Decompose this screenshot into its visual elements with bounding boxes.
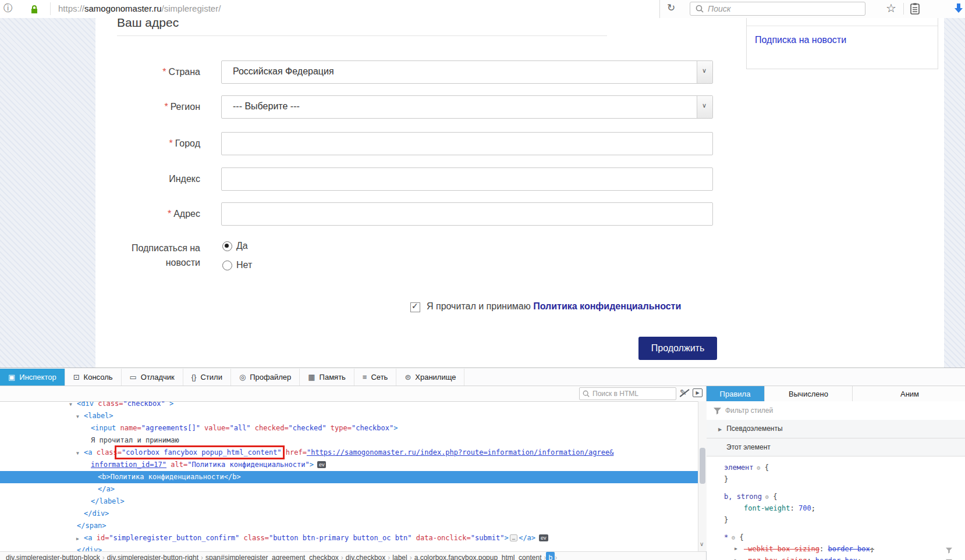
reload-icon[interactable]: ↻ <box>667 2 675 14</box>
field-value-region: --- Выберите --- <box>233 101 300 112</box>
collapse-icon[interactable]: ▼ <box>76 447 79 459</box>
devtools-tabbar: ▣Инспектор⊡Консоль▭Отладчик{}Стили◎Профа… <box>0 369 965 386</box>
breadcrumb-item[interactable]: a.colorbox.fancybox.popup_html_content <box>412 552 544 560</box>
devtools-tab-storage[interactable]: ⊜Хранилище <box>396 369 464 386</box>
devtools-tab-network[interactable]: ≡Сеть <box>354 369 397 386</box>
rules-tab-animations[interactable]: Аним <box>853 386 965 401</box>
event-listener-badge[interactable]: ev <box>539 534 548 541</box>
this-element-section: Этот элемент <box>707 438 965 456</box>
inspector-breadcrumbs: div.simpleregister-button-block›div.simp… <box>0 551 706 560</box>
library-icon[interactable] <box>910 3 920 15</box>
edit-html-icon[interactable]: ✎ <box>680 388 687 397</box>
scrollbar-thumb[interactable] <box>700 448 705 484</box>
rules-tab-rules[interactable]: Правила <box>706 386 765 401</box>
dropdown-button-region[interactable]: ∨ <box>697 96 712 118</box>
css-rules-list: элемент⚙ {}b, strong⚙ {font-weight: 700;… <box>707 459 965 560</box>
breadcrumb-item[interactable]: span#simpleregister_agreement_checkbox <box>203 552 341 560</box>
debugger-icon: ▭ <box>130 373 137 381</box>
rule-selector-line[interactable]: b, strong⚙ { <box>707 491 965 502</box>
breadcrumb-item[interactable]: b <box>546 552 555 560</box>
select-region[interactable]: --- Выберите ---∨ <box>221 95 713 119</box>
devtools-tab-debugger[interactable]: ▭Отладчик <box>122 369 183 386</box>
input-postcode[interactable] <box>221 167 713 191</box>
collapsed-content-badge[interactable]: … <box>510 534 517 541</box>
bookmark-star-icon[interactable]: ☆ <box>886 1 896 15</box>
devtools-tab-profiler[interactable]: ◎Профайлер <box>231 369 300 386</box>
check-icon: ✓ <box>411 301 418 311</box>
required-asterisk: * <box>168 209 171 219</box>
rule-selector-line[interactable]: *⚙ { <box>707 532 965 543</box>
markup-line[interactable]: ▼<div class="checkbox" > <box>0 401 698 410</box>
expand-icon[interactable]: ▶ <box>76 533 79 545</box>
page-info-icon[interactable]: ⓘ <box>3 2 13 15</box>
radio-yes-label[interactable]: Да <box>236 241 248 251</box>
input-address[interactable] <box>221 202 713 226</box>
html-search-placeholder: Поиск в HTML <box>593 390 638 398</box>
memory-icon: ▦ <box>308 373 315 381</box>
search-icon <box>696 5 704 13</box>
downloads-icon[interactable] <box>952 2 965 15</box>
collapse-icon[interactable]: ▼ <box>76 411 79 423</box>
event-listener-badge[interactable]: ev <box>317 461 327 468</box>
rule-selector: b, strong <box>724 493 762 501</box>
rule-property[interactable]: ▶-webkit-box-sizing: border-box; <box>707 543 965 555</box>
style-filter-placeholder: Фильтр стилей <box>725 406 773 415</box>
radio-no[interactable] <box>222 261 232 270</box>
eval-sidebar-toggle-icon[interactable]: ▶ <box>693 388 703 397</box>
devtools-tab-memory[interactable]: ▦Память <box>300 369 354 386</box>
overridden-filter-icon[interactable] <box>946 557 952 560</box>
devtools-tab-styles[interactable]: {}Стили <box>183 369 231 386</box>
breadcrumb-item[interactable]: div.simpleregister-button-right <box>105 552 201 560</box>
rule-selector-line[interactable]: элемент⚙ { <box>707 462 965 473</box>
rule-property[interactable]: ▶-moz-box-sizing: border-box; <box>707 555 965 560</box>
https-lock-icon[interactable] <box>30 5 38 14</box>
rule-property[interactable]: font-weight: 700; <box>707 502 965 514</box>
markup-line[interactable]: </span> <box>0 520 698 532</box>
markup-line[interactable]: Я прочитал и принимаю <box>0 434 698 447</box>
page-background-right <box>944 18 965 368</box>
inspector-scrollbar[interactable]: ∨ <box>698 401 707 551</box>
expand-icon[interactable]: ▶ <box>735 555 737 560</box>
markup-line[interactable]: </a> <box>0 483 698 495</box>
input-city[interactable] <box>221 132 713 155</box>
markup-line[interactable]: </div> <box>0 544 698 551</box>
rules-tab-computed[interactable]: Вычислено <box>765 386 853 401</box>
radio-no-label[interactable]: Нет <box>236 260 252 270</box>
expand-icon[interactable]: ▶ <box>735 543 737 555</box>
breadcrumb-item[interactable]: div.checkbox <box>343 552 388 560</box>
scrollbar-down-icon[interactable]: ∨ <box>700 541 704 547</box>
dropdown-button-country[interactable]: ∨ <box>697 61 712 83</box>
markup-line[interactable]: <b>Политика конфиденциальности</b> <box>0 471 698 483</box>
breadcrumb-item[interactable]: div.simpleregister-button-block <box>3 552 102 560</box>
devtools-tab-inspector[interactable]: ▣Инспектор <box>0 369 65 386</box>
browser-search-input[interactable]: Поиск <box>690 2 865 16</box>
continue-button[interactable]: Продолжить <box>638 337 717 360</box>
markup-line[interactable]: information_id=17" alt="Политика конфиде… <box>0 459 698 471</box>
markup-line[interactable]: ▶<a id="simpleregister_button_confirm" c… <box>0 532 698 544</box>
style-filter-input[interactable]: Фильтр стилей <box>707 401 965 420</box>
sidebar-news-link[interactable]: Подписка на новости <box>755 35 846 45</box>
collapse-icon[interactable]: ▼ <box>69 401 72 411</box>
field-label-region: *Регион <box>72 102 200 112</box>
select-country[interactable]: Российская Федерация∨ <box>221 60 713 84</box>
storage-icon: ⊜ <box>405 373 411 381</box>
profiler-icon: ◎ <box>239 373 246 381</box>
privacy-policy-link[interactable]: Политика конфиденциальности <box>533 301 681 311</box>
devtools-toolbar-row: Поиск в HTML ✎ ▶ ПравилаВычисленоАним <box>0 386 965 402</box>
field-value-country: Российская Федерация <box>233 66 334 77</box>
markup-line[interactable]: </label> <box>0 495 698 508</box>
console-icon: ⊡ <box>73 373 80 381</box>
markup-line[interactable]: ▼<a class="colorbox fancybox popup_html_… <box>0 447 698 459</box>
agreement-checkbox[interactable]: ✓ <box>410 302 420 312</box>
devtools-tab-console[interactable]: ⊡Консоль <box>65 369 122 386</box>
markup-line[interactable]: <input name="agreements[]" value="all" c… <box>0 422 698 434</box>
url-text[interactable]: https://samogonomaster.ru/simpleregister… <box>58 3 221 13</box>
breadcrumb-item[interactable]: label <box>390 552 409 560</box>
pseudo-elements-section[interactable]: ▶Псевдоэлементы <box>707 420 965 438</box>
markup-line[interactable]: </div> <box>0 508 698 520</box>
radio-yes[interactable] <box>222 241 232 251</box>
html-search-input[interactable]: Поиск в HTML <box>579 387 676 400</box>
markup-line[interactable]: ▼<label> <box>0 410 698 422</box>
network-icon: ≡ <box>363 373 367 381</box>
url-bar[interactable]: ⓘ https://samogonomaster.ru/simpleregist… <box>0 0 660 18</box>
